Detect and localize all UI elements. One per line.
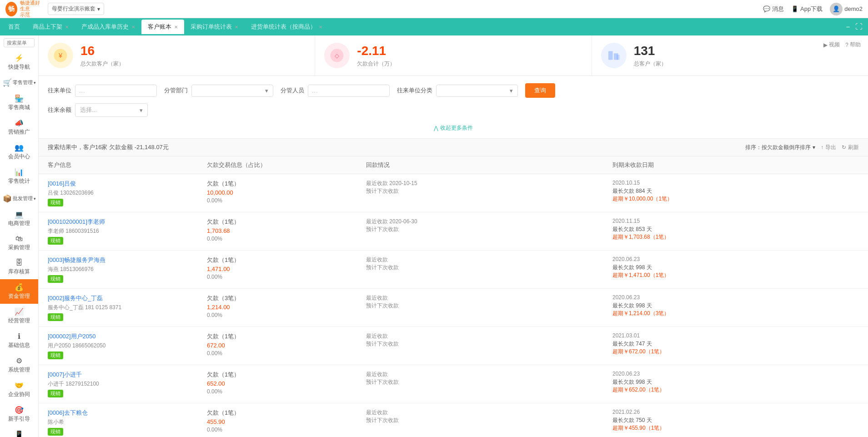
tab-collapse-button[interactable]: － [844, 22, 852, 32]
col-header-debt: 欠款交易信息（占比） [207, 161, 366, 169]
overdue-amount-3[interactable]: 超期￥1,214.00（3笔） [612, 310, 859, 317]
debt-amount-3[interactable]: 1,214.00 [207, 304, 366, 311]
customer-name-3[interactable]: [0002]服务中心_丁磊 [48, 294, 207, 302]
stat-info-total-customers: 131 总客户（家） [634, 44, 667, 68]
svg-text:◇: ◇ [335, 52, 339, 59]
collection-info-5: 最近收款 预计下次收款 [366, 371, 612, 386]
enterprise-coop-icon: 🤝 [15, 381, 24, 390]
debt-amount-5[interactable]: 652.00 [207, 380, 366, 387]
sidebar-item-purchase-mgmt[interactable]: 🛍 采购管理 [0, 231, 38, 255]
sidebar-search-area [0, 35, 38, 50]
video-button[interactable]: ▶ 视频 [823, 41, 840, 49]
customer-name-2[interactable]: [0003]畅捷服务尹海燕 [48, 256, 207, 264]
customer-tag-0: 现销 [48, 199, 63, 206]
refresh-button[interactable]: ↻ 刷新 [842, 144, 859, 151]
debt-amount-4[interactable]: 672.00 [207, 342, 366, 349]
tab-bar-controls: － ⛶ [844, 22, 866, 32]
sidebar-item-retail-mgmt[interactable]: 🛒 零售管理 ▾ [0, 75, 38, 90]
tab-product-on-off[interactable]: 商品上下架 ✕ [26, 20, 75, 34]
debt-ratio-0: 0.00% [207, 197, 366, 204]
tab-expand-button[interactable]: ⛶ [855, 23, 863, 31]
due-info-6: 2021.02.26 最长欠款 750 天 超期￥455.90（1笔） [612, 409, 859, 432]
customer-tag-3: 现销 [48, 313, 63, 321]
stat-info-overdue-customers: 16 总欠款客户（家） [80, 44, 124, 68]
tab-close-product-history[interactable]: ✕ [131, 25, 135, 30]
customer-sub-0: 吕俊 13026203696 [48, 189, 207, 197]
export-button[interactable]: ↑ 导出 [821, 144, 836, 151]
sidebar-item-new-guide[interactable]: 🎯 新手引导 [0, 402, 38, 427]
customer-name-4[interactable]: [000002]用户2050 [48, 332, 207, 341]
collection-info-2: 最近收款 预计下次收款 [366, 256, 612, 271]
search-button[interactable]: 查询 [525, 83, 555, 98]
debt-ratio-2: 0.00% [207, 274, 366, 280]
filter-item-customer: 往来单位 ... [48, 85, 157, 97]
tab-close-purchase-order[interactable]: ✕ [235, 25, 238, 30]
debt-amount-2[interactable]: 1,471.00 [207, 266, 366, 272]
sidebar-item-marketing[interactable]: 📣 营销推广 [0, 115, 38, 140]
sidebar-item-app-center[interactable]: 📱 应用中心 [0, 427, 38, 437]
last-collection-5: 最近收款 [366, 371, 612, 378]
filter-input-customer[interactable]: ... [75, 85, 157, 97]
overdue-amount-5[interactable]: 超期￥652.00（1笔） [612, 386, 859, 394]
debt-label-3: 欠款（3笔） [207, 294, 366, 302]
sidebar-item-retail-mall[interactable]: 🏪 零售商城 [0, 90, 38, 115]
user-menu[interactable]: 👤 demo2 [830, 3, 863, 15]
retail-stats-icon: 📊 [15, 168, 24, 176]
debt-ratio-3: 0.00% [207, 312, 366, 318]
sidebar-item-basic-info[interactable]: ℹ 基础信息 [0, 328, 38, 353]
debt-info-6: 欠款（1笔） 455.90 0.00% [207, 409, 366, 433]
help-button[interactable]: ? 帮助 [845, 41, 861, 49]
overdue-amount-6[interactable]: 超期￥455.90（1笔） [612, 424, 859, 432]
filter-select-category[interactable]: ▾ [436, 85, 518, 97]
tab-close-customer-account[interactable]: ✕ [174, 25, 178, 30]
sidebar-item-ecommerce[interactable]: 💻 电商管理 [0, 206, 38, 231]
sidebar-item-business-mgmt[interactable]: 📈 经营管理 [0, 304, 38, 328]
customer-name-1[interactable]: [00010200001]李老师 [48, 218, 207, 226]
stat-number-total-customers: 131 [634, 44, 667, 58]
filter-item-category: 往来单位分类 ▾ [397, 85, 518, 97]
sidebar-item-retail-stats[interactable]: 📊 零售统计 [0, 164, 38, 189]
table-row: [0007]小进千 小进千 18279152100 现销 欠款（1笔） 652.… [39, 365, 868, 403]
filter-select-department[interactable]: ▾ [191, 85, 273, 97]
stat-label-total-customers: 总客户（家） [634, 60, 667, 68]
last-collection-4: 最近收款 [366, 332, 612, 340]
filter-select-balance[interactable]: 选择... ▾ [75, 103, 148, 117]
sidebar-item-member-center[interactable]: 👥 会员中心 [0, 140, 38, 164]
tab-customer-account[interactable]: 客户账本 ✕ [141, 20, 184, 34]
customer-name-6[interactable]: [0006]去下粮仓 [48, 409, 207, 417]
debt-amount-0[interactable]: 10,000.00 [207, 189, 366, 196]
sidebar-item-quick-nav[interactable]: ⚡ 快捷导航 [0, 50, 38, 75]
debt-amount-6[interactable]: 455.90 [207, 418, 366, 425]
app-download-button[interactable]: 📱 App下载 [791, 5, 823, 13]
due-date-6: 2021.02.26 [612, 409, 859, 415]
filter-input-manager[interactable]: ... [308, 85, 390, 97]
message-button[interactable]: 💬 消息 [763, 5, 784, 13]
overdue-amount-0[interactable]: 超期￥10,000.00（1笔） [612, 195, 859, 203]
sort-select[interactable]: 排序：按欠款金额倒序排序 ▾ [745, 144, 815, 151]
tab-purchase-stats[interactable]: 进货单统计表（按商品） ✕ [245, 20, 329, 34]
debt-ratio-1: 0.00% [207, 236, 366, 242]
customer-name-5[interactable]: [0007]小进千 [48, 371, 207, 379]
overdue-amount-1[interactable]: 超期￥1,703.68（1笔） [612, 233, 859, 241]
quick-nav-icon: ⚡ [15, 54, 24, 62]
sidebar-item-system-mgmt[interactable]: ⚙ 系统管理 [0, 353, 38, 377]
tab-close-product-on-off[interactable]: ✕ [65, 25, 69, 30]
sidebar-item-inventory[interactable]: 🗄 库存核算 [0, 255, 38, 279]
company-selector[interactable]: 母婴行业演示账套 ▾ [48, 3, 104, 15]
customer-name-0[interactable]: [0016]吕俊 [48, 180, 207, 188]
sidebar-item-capital-mgmt[interactable]: 💰 资金管理 [0, 279, 38, 304]
sidebar-item-enterprise-coop[interactable]: 🤝 企业协同 [0, 377, 38, 402]
last-collection-0: 最近收款 2020-10-15 [366, 180, 612, 187]
business-mgmt-icon: 📈 [15, 307, 24, 316]
tab-product-history[interactable]: 产成品入库单历史 ✕ [75, 20, 141, 34]
sidebar-item-batch-mgmt[interactable]: 📦 批发管理 ▾ [0, 191, 38, 206]
sidebar-search-input[interactable] [4, 38, 35, 47]
tab-close-purchase-stats[interactable]: ✕ [319, 25, 322, 30]
tab-purchase-order[interactable]: 采购订单统计表 ✕ [184, 20, 245, 34]
overdue-amount-2[interactable]: 超期￥1,471.00（1笔） [612, 271, 859, 279]
debt-ratio-5: 0.00% [207, 388, 366, 395]
tab-home[interactable]: 首页 [2, 20, 26, 34]
overdue-amount-4[interactable]: 超期￥672.00（1笔） [612, 348, 859, 356]
debt-amount-1[interactable]: 1,703.68 [207, 227, 366, 234]
filter-collapse-button[interactable]: ⋀ 收起更多条件 [48, 122, 859, 134]
